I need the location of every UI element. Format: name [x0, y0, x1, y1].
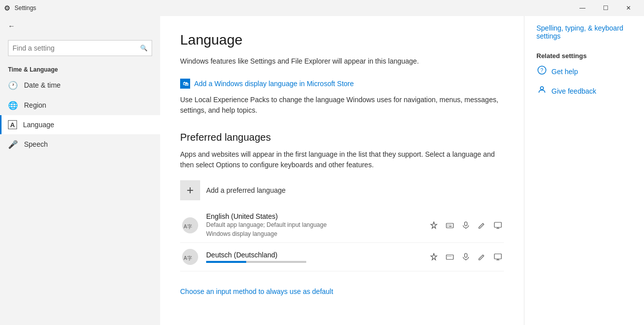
- get-help-label: Get help: [551, 68, 578, 76]
- store-icon: 🛍: [180, 79, 190, 89]
- en-us-meta1: Default app language; Default input lang…: [206, 220, 422, 229]
- svg-point-26: [540, 87, 543, 90]
- svg-rect-19: [465, 253, 467, 257]
- en-us-mic-btn[interactable]: [460, 219, 472, 231]
- en-us-edit-btn[interactable]: [476, 219, 488, 231]
- sidebar-item-date-time[interactable]: 🕐 Date & time: [0, 75, 160, 95]
- language-icon: A: [8, 120, 17, 129]
- close-button[interactable]: ✕: [617, 0, 640, 16]
- en-us-icon: A字: [180, 215, 200, 235]
- back-arrow-icon: ←: [8, 22, 15, 30]
- sidebar-item-label: Speech: [24, 140, 48, 148]
- sidebar-item-language[interactable]: A Language: [0, 115, 160, 134]
- svg-text:A字: A字: [184, 224, 192, 229]
- sidebar-item-speech[interactable]: 🎤 Speech: [0, 134, 160, 154]
- minimize-button[interactable]: —: [571, 0, 594, 16]
- get-help-link[interactable]: ? Get help: [536, 66, 632, 77]
- back-button[interactable]: ←: [0, 16, 160, 36]
- date-time-icon: 🕐: [8, 80, 18, 90]
- en-us-display-btn[interactable]: [492, 219, 504, 231]
- keyboard-settings-link[interactable]: Spelling, typing, & keyboard settings: [536, 24, 632, 40]
- preferred-section-title: Preferred languages: [180, 132, 504, 143]
- en-us-pin-btn[interactable]: [428, 219, 440, 231]
- help-icon: ?: [536, 66, 547, 77]
- content-area: Language Windows features like Settings …: [160, 16, 524, 325]
- svg-rect-21: [494, 254, 501, 259]
- sidebar-item-label: Language: [23, 121, 54, 129]
- en-us-actions: [428, 219, 504, 231]
- search-box: 🔍: [8, 40, 152, 56]
- svg-text:A字: A字: [184, 255, 192, 261]
- add-icon: +: [180, 180, 200, 200]
- de-de-info: Deutsch (Deutschland): [206, 251, 422, 263]
- region-icon: 🌐: [8, 100, 18, 110]
- svg-rect-15: [446, 255, 453, 259]
- store-link-text: Add a Windows display language in Micros…: [194, 80, 354, 88]
- app-body: ← 🔍 Time & Language 🕐 Date & time 🌐 Regi…: [0, 16, 644, 325]
- svg-rect-8: [465, 222, 467, 226]
- feedback-icon: [536, 85, 547, 97]
- give-feedback-link[interactable]: Give feedback: [536, 85, 632, 97]
- de-de-name: Deutsch (Deutschland): [206, 251, 422, 259]
- speech-icon: 🎤: [8, 139, 18, 149]
- language-item-de-de: A字 Deutsch (Deutschland): [180, 243, 504, 271]
- de-de-keyboard-btn[interactable]: [444, 251, 456, 263]
- en-us-info: English (United States) Default app lang…: [206, 212, 422, 238]
- section-label: Time & Language: [0, 60, 160, 75]
- content-inner: Language Windows features like Settings …: [180, 32, 504, 295]
- choose-input-link[interactable]: Choose an input method to always use as …: [180, 287, 504, 295]
- title-bar-text: Settings: [15, 5, 36, 12]
- search-icon: 🔍: [140, 45, 148, 52]
- add-language-button[interactable]: + Add a preferred language: [180, 180, 504, 200]
- sidebar: ← 🔍 Time & Language 🕐 Date & time 🌐 Regi…: [0, 16, 160, 325]
- de-de-mic-btn[interactable]: [460, 251, 472, 263]
- preferred-section-desc: Apps and websites will appear in the fir…: [180, 149, 504, 170]
- right-panel: Spelling, typing, & keyboard settings Re…: [524, 16, 644, 325]
- de-de-display-btn[interactable]: [492, 251, 504, 263]
- keyboard-settings-link-text: Spelling, typing, & keyboard settings: [536, 24, 632, 40]
- sidebar-item-region[interactable]: 🌐 Region: [0, 95, 160, 115]
- en-us-keyboard-btn[interactable]: [444, 219, 456, 231]
- title-bar: ⚙ Settings — ☐ ✕: [0, 0, 644, 16]
- svg-text:?: ?: [540, 68, 543, 73]
- sidebar-item-label: Date & time: [24, 81, 61, 89]
- maximize-button[interactable]: ☐: [594, 0, 617, 16]
- related-section-label: Related settings: [536, 52, 632, 60]
- en-us-meta2: Windows display language: [206, 229, 422, 238]
- de-de-progress-fill: [206, 261, 246, 263]
- give-feedback-label: Give feedback: [551, 87, 596, 95]
- search-input[interactable]: [13, 44, 140, 52]
- svg-rect-10: [494, 222, 501, 227]
- title-bar-controls: — ☐ ✕: [571, 0, 640, 16]
- de-de-icon: A字: [180, 247, 200, 267]
- language-item-en-us: A字 English (United States) Default app l…: [180, 208, 504, 243]
- page-desc: Windows features like Settings and File …: [180, 56, 504, 67]
- settings-icon: ⚙: [4, 4, 11, 12]
- page-title: Language: [180, 32, 504, 48]
- de-de-progress-bar: [206, 261, 306, 263]
- en-us-name: English (United States): [206, 212, 422, 220]
- store-desc: Use Local Experience Packs to change the…: [180, 95, 504, 116]
- de-de-actions: [428, 251, 504, 263]
- de-de-pin-btn[interactable]: [428, 251, 440, 263]
- de-de-edit-btn[interactable]: [476, 251, 488, 263]
- choose-input-link-text: Choose an input method to always use as …: [180, 287, 333, 295]
- store-link[interactable]: 🛍 Add a Windows display language in Micr…: [180, 79, 504, 89]
- add-lang-label: Add a preferred language: [206, 186, 286, 194]
- svg-rect-2: [446, 223, 453, 228]
- sidebar-item-label: Region: [24, 101, 46, 109]
